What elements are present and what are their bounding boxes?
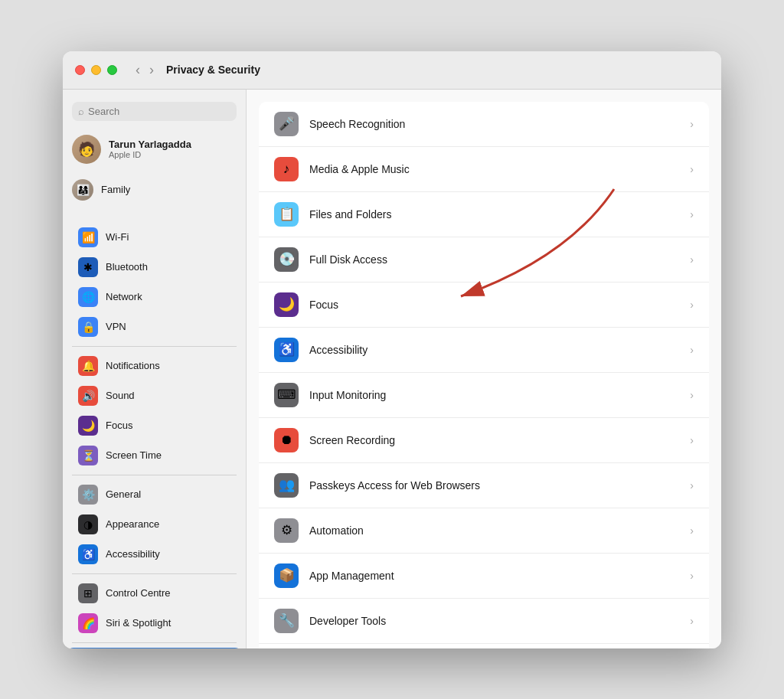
forward-button[interactable]: › bbox=[146, 62, 157, 78]
sidebar-item-label-appearance: Appearance bbox=[106, 518, 159, 530]
settings-row-speech-recognition[interactable]: 🎤Speech Recognition› bbox=[259, 102, 709, 147]
settings-row-automation[interactable]: ⚙Automation› bbox=[259, 508, 709, 554]
focus-label: Focus bbox=[309, 299, 690, 311]
settings-row-developer-tools[interactable]: 🔧Developer Tools› bbox=[259, 599, 709, 644]
titlebar: ‹ › Privacy & Security bbox=[63, 51, 721, 90]
app-management-chevron: › bbox=[690, 570, 694, 582]
search-box[interactable]: ⌕ bbox=[72, 102, 237, 121]
system-preferences-window: ‹ › Privacy & Security ⌕ 🧑 Tarun Yarlaga… bbox=[63, 51, 721, 648]
sidebar-item-label-vpn: VPN bbox=[106, 321, 126, 332]
screen-recording-chevron: › bbox=[690, 434, 694, 446]
sidebar-item-label-notifications: Notifications bbox=[106, 360, 160, 371]
input-monitoring-icon: ⌨ bbox=[274, 383, 299, 407]
main-content: 🎤Speech Recognition›♪Media & Apple Music… bbox=[247, 90, 721, 648]
settings-row-screen-recording[interactable]: ⏺Screen Recording› bbox=[259, 418, 709, 463]
developer-tools-label: Developer Tools bbox=[309, 615, 690, 627]
family-avatar: 👨‍👩‍👧 bbox=[72, 179, 93, 201]
automation-label: Automation bbox=[309, 524, 690, 537]
passkeys-access-icon: 👥 bbox=[274, 473, 299, 498]
sidebar-items: 📶Wi-Fi✱Bluetooth🌐Network🔒VPN🔔Notificatio… bbox=[63, 222, 246, 648]
user-subtitle: Apple ID bbox=[109, 150, 191, 159]
full-disk-access-label: Full Disk Access bbox=[309, 253, 690, 266]
family-item[interactable]: 👨‍👩‍👧 Family bbox=[63, 175, 246, 205]
wifi-icon: 📶 bbox=[78, 227, 98, 247]
sidebar-item-label-accessibility: Accessibility bbox=[106, 548, 160, 560]
user-profile[interactable]: 🧑 Tarun Yarlagadda Apple ID bbox=[63, 130, 246, 168]
settings-group: 🎤Speech Recognition›♪Media & Apple Music… bbox=[259, 102, 709, 648]
sidebar-item-label-controlcentre: Control Centre bbox=[106, 587, 171, 599]
sidebar-item-appearance[interactable]: ◑Appearance bbox=[67, 510, 241, 539]
divider-10 bbox=[72, 573, 237, 574]
divider-3 bbox=[72, 346, 237, 347]
bluetooth-icon: ✱ bbox=[78, 257, 98, 277]
passkeys-access-label: Passkeys Access for Web Browsers bbox=[309, 479, 690, 492]
main-wrapper: 🎤Speech Recognition›♪Media & Apple Music… bbox=[247, 90, 721, 648]
settings-row-sensitive-content[interactable]: 🛡Sensitive Content WarningOff› bbox=[259, 644, 709, 648]
app-management-label: App Management bbox=[309, 570, 690, 582]
sidebar-item-label-screentime: Screen Time bbox=[106, 449, 162, 461]
settings-row-passkeys-access[interactable]: 👥Passkeys Access for Web Browsers› bbox=[259, 463, 709, 508]
settings-row-accessibility[interactable]: ♿Accessibility› bbox=[259, 328, 709, 373]
input-monitoring-label: Input Monitoring bbox=[309, 389, 690, 401]
sidebar-item-controlcentre[interactable]: ⊞Control Centre bbox=[67, 579, 241, 608]
media-apple-music-chevron: › bbox=[690, 163, 694, 175]
close-button[interactable] bbox=[75, 65, 85, 75]
settings-row-full-disk-access[interactable]: 💽Full Disk Access› bbox=[259, 237, 709, 283]
vpn-icon: 🔒 bbox=[78, 317, 98, 337]
sidebar-item-wifi[interactable]: 📶Wi-Fi bbox=[67, 223, 241, 252]
notifications-icon: 🔔 bbox=[78, 356, 98, 376]
automation-chevron: › bbox=[690, 524, 694, 537]
sidebar-item-sound[interactable]: 🔊Sound bbox=[67, 381, 241, 410]
speech-recognition-chevron: › bbox=[690, 118, 694, 130]
sidebar-item-privacy[interactable]: ✋Privacy & Security bbox=[67, 648, 241, 648]
nav-buttons: ‹ › bbox=[132, 62, 157, 78]
appearance-icon: ◑ bbox=[78, 514, 98, 534]
sidebar-item-notifications[interactable]: 🔔Notifications bbox=[67, 351, 241, 381]
focus-chevron: › bbox=[690, 299, 694, 311]
focus-icon: 🌙 bbox=[78, 416, 98, 436]
settings-row-app-management[interactable]: 📦App Management› bbox=[259, 554, 709, 599]
back-button[interactable]: ‹ bbox=[132, 62, 143, 78]
family-label: Family bbox=[101, 184, 130, 195]
speech-recognition-icon: 🎤 bbox=[274, 112, 299, 136]
user-info: Tarun Yarlagadda Apple ID bbox=[109, 139, 191, 159]
minimize-button[interactable] bbox=[91, 65, 101, 75]
full-disk-access-icon: 💽 bbox=[274, 247, 299, 272]
search-input[interactable] bbox=[88, 106, 230, 117]
divider-12 bbox=[72, 642, 237, 643]
settings-row-files-folders[interactable]: 📋Files and Folders› bbox=[259, 192, 709, 237]
sidebar-item-general[interactable]: ⚙️General bbox=[67, 480, 241, 509]
settings-row-focus[interactable]: 🌙Focus› bbox=[259, 283, 709, 328]
sidebar-item-screentime[interactable]: ⏳Screen Time bbox=[67, 441, 241, 470]
sidebar-item-label-sound: Sound bbox=[106, 390, 135, 401]
speech-recognition-label: Speech Recognition bbox=[309, 118, 690, 130]
avatar: 🧑 bbox=[72, 135, 101, 164]
developer-tools-chevron: › bbox=[690, 615, 694, 627]
sidebar-item-siri[interactable]: 🌈Siri & Spotlight bbox=[67, 609, 241, 638]
general-icon: ⚙️ bbox=[78, 485, 98, 505]
files-folders-label: Files and Folders bbox=[309, 208, 690, 220]
content-area: ⌕ 🧑 Tarun Yarlagadda Apple ID 👨‍👩‍👧 Fami… bbox=[63, 90, 721, 648]
files-folders-icon: 📋 bbox=[274, 202, 299, 227]
screen-recording-label: Screen Recording bbox=[309, 434, 690, 446]
sidebar-item-focus[interactable]: 🌙Focus bbox=[67, 411, 241, 440]
settings-row-media-apple-music[interactable]: ♪Media & Apple Music› bbox=[259, 147, 709, 192]
settings-row-input-monitoring[interactable]: ⌨Input Monitoring› bbox=[259, 373, 709, 418]
screen-recording-icon: ⏺ bbox=[274, 428, 299, 452]
full-disk-access-chevron: › bbox=[690, 253, 694, 266]
sidebar-item-label-siri: Siri & Spotlight bbox=[106, 617, 171, 629]
app-management-icon: 📦 bbox=[274, 563, 299, 588]
divider-7 bbox=[72, 475, 237, 475]
input-monitoring-chevron: › bbox=[690, 389, 694, 401]
sidebar-item-vpn[interactable]: 🔒VPN bbox=[67, 312, 241, 341]
sidebar-item-bluetooth[interactable]: ✱Bluetooth bbox=[67, 253, 241, 282]
media-apple-music-label: Media & Apple Music bbox=[309, 163, 690, 175]
sidebar-item-label-general: General bbox=[106, 488, 141, 500]
search-icon: ⌕ bbox=[78, 106, 84, 117]
sidebar-item-accessibility[interactable]: ♿Accessibility bbox=[67, 540, 241, 569]
sidebar-item-network[interactable]: 🌐Network bbox=[67, 283, 241, 312]
screentime-icon: ⏳ bbox=[78, 446, 98, 465]
maximize-button[interactable] bbox=[107, 65, 117, 75]
automation-icon: ⚙ bbox=[274, 518, 299, 543]
accessibility-label: Accessibility bbox=[309, 344, 690, 356]
